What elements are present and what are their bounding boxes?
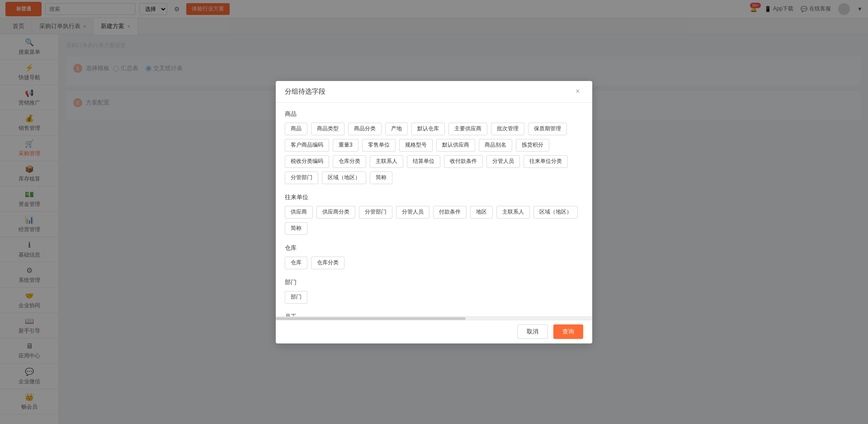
field-tag-admin-dept[interactable]: 分管部门 <box>285 172 318 184</box>
field-tag-partner-admin-dept[interactable]: 分管部门 <box>359 206 392 219</box>
section-goods: 商品 商品 商品类型 商品分类 产地 默认仓库 主要供应商 批次管理 保质期管理… <box>285 110 583 184</box>
field-tag-default-supplier[interactable]: 默认供应商 <box>436 139 475 152</box>
warehouse-field-tags: 仓库 仓库分类 <box>285 257 583 269</box>
field-tag-partner-area[interactable]: 区域（地区） <box>533 206 578 219</box>
field-tag-supplier[interactable]: 供应商 <box>285 206 313 219</box>
modal-horizontal-scrollbar[interactable] <box>276 316 592 320</box>
section-warehouse: 仓库 仓库 仓库分类 <box>285 244 583 269</box>
field-tag-partner-abbrev[interactable]: 简称 <box>285 222 307 235</box>
modal-header: 分组待选字段 × <box>276 81 592 103</box>
field-tag-warehouse-cat[interactable]: 仓库分类 <box>311 257 344 269</box>
section-department-title: 部门 <box>285 278 583 286</box>
modal-close-button[interactable]: × <box>572 86 583 97</box>
field-tag-partner-category[interactable]: 往来单位分类 <box>524 155 568 168</box>
field-tag-pick-points[interactable]: 拣货积分 <box>516 139 549 152</box>
field-tag-partner-payment[interactable]: 付款条件 <box>433 206 467 219</box>
field-tag-main-supplier[interactable]: 主要供应商 <box>448 123 487 135</box>
field-tag-abbrev[interactable]: 简称 <box>370 172 392 184</box>
field-tag-area[interactable]: 区域（地区） <box>322 172 366 184</box>
field-tag-partner-main-contact[interactable]: 主联系人 <box>496 206 530 219</box>
field-tag-supplier-category[interactable]: 供应商分类 <box>316 206 355 219</box>
partner-field-tags: 供应商 供应商分类 分管部门 分管人员 付款条件 地区 主联系人 区域（地区） … <box>285 206 583 235</box>
confirm-button[interactable]: 查询 <box>553 324 583 339</box>
section-warehouse-title: 仓库 <box>285 244 583 252</box>
section-department: 部门 部门 <box>285 278 583 304</box>
field-select-modal: 分组待选字段 × 商品 商品 商品类型 商品分类 产地 默认仓库 主要供应商 批… <box>276 81 592 343</box>
field-tag-admin-person[interactable]: 分管人员 <box>486 155 520 168</box>
field-tag-origin[interactable]: 产地 <box>385 123 408 135</box>
modal-title: 分组待选字段 <box>285 87 326 96</box>
field-tag-main-contact[interactable]: 主联系人 <box>370 155 403 168</box>
field-tag-spec[interactable]: 规格型号 <box>399 139 433 152</box>
field-tag-tax-code[interactable]: 税收分类编码 <box>285 155 329 168</box>
goods-field-tags: 商品 商品类型 商品分类 产地 默认仓库 主要供应商 批次管理 保质期管理 客户… <box>285 123 583 184</box>
section-employee: 员工 业务员 <box>285 313 583 316</box>
section-partner-title: 往来单位 <box>285 193 583 201</box>
modal-overlay: 分组待选字段 × 商品 商品 商品类型 商品分类 产地 默认仓库 主要供应商 批… <box>0 0 868 424</box>
horizontal-scrollbar-thumb <box>276 317 466 320</box>
field-tag-goods-type[interactable]: 商品类型 <box>311 123 344 135</box>
modal-body[interactable]: 商品 商品 商品类型 商品分类 产地 默认仓库 主要供应商 批次管理 保质期管理… <box>276 103 592 316</box>
field-tag-goods[interactable]: 商品 <box>285 123 307 135</box>
section-employee-title: 员工 <box>285 313 583 316</box>
field-tag-default-warehouse[interactable]: 默认仓库 <box>411 123 445 135</box>
field-tag-expiry[interactable]: 保质期管理 <box>528 123 567 135</box>
field-tag-department[interactable]: 部门 <box>285 291 307 304</box>
field-tag-partner-admin-person[interactable]: 分管人员 <box>396 206 429 219</box>
field-tag-settlement-unit[interactable]: 结算单位 <box>407 155 440 168</box>
field-tag-payment-terms[interactable]: 收付款条件 <box>444 155 483 168</box>
section-partner: 往来单位 供应商 供应商分类 分管部门 分管人员 付款条件 地区 主联系人 区域… <box>285 193 583 235</box>
field-tag-warehouse[interactable]: 仓库 <box>285 257 307 269</box>
field-tag-goods-alias[interactable]: 商品别名 <box>479 139 512 152</box>
modal-footer: 取消 查询 <box>276 320 592 343</box>
field-tag-warehouse-category[interactable]: 仓库分类 <box>333 155 366 168</box>
field-tag-customer-code[interactable]: 客户商品编码 <box>285 139 329 152</box>
department-field-tags: 部门 <box>285 291 583 304</box>
field-tag-goods-category[interactable]: 商品分类 <box>348 123 382 135</box>
cancel-button[interactable]: 取消 <box>517 324 548 339</box>
section-goods-title: 商品 <box>285 110 583 118</box>
field-tag-retail-unit[interactable]: 零售单位 <box>362 139 396 152</box>
field-tag-region[interactable]: 地区 <box>470 206 493 219</box>
field-tag-weight3[interactable]: 重量3 <box>333 139 359 152</box>
field-tag-batch[interactable]: 批次管理 <box>491 123 524 135</box>
